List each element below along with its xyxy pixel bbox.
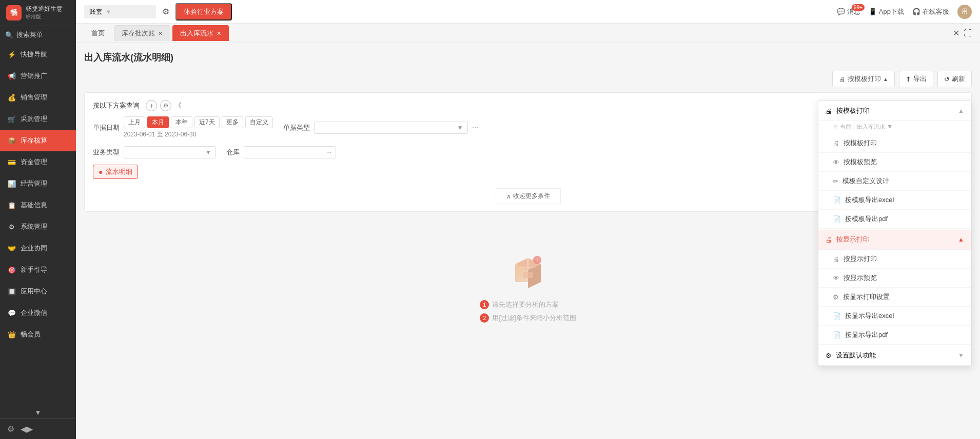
last7-btn[interactable]: 近7天 (194, 116, 220, 128)
tabbar-right: ✕ ⛶ (953, 28, 972, 38)
inventory-icon: 📦 (7, 136, 16, 145)
dropdown-set-default-header[interactable]: ⚙ 设置默认功能 ▼ (818, 346, 971, 366)
app-label: App下载 (879, 7, 904, 16)
set-default-label: 设置默认功能 (836, 351, 876, 360)
warehouse-select[interactable]: ··· (244, 146, 336, 158)
sidebar-nav: ⚡ 快捷导航 📢 营销推广 💰 销售管理 🛒 采购管理 📦 库存核算 💳 资金管… (0, 44, 76, 407)
tab-batch-account-close[interactable]: ✕ (158, 30, 163, 37)
warehouse-label: 仓库 (226, 148, 240, 157)
sidebar-item-purchase[interactable]: 🛒 采购管理 (0, 108, 76, 130)
sidebar-item-wecom[interactable]: 💬 企业微信 (0, 302, 76, 324)
collapse-more-btn[interactable]: ∧ 收起更多条件 (496, 188, 561, 204)
content-wrapper: 出入库流水(流水明细) 🖨 按模板打印 ▲ ⬆ 导出 ↺ 刷新 (84, 51, 972, 355)
display-section-label: 按显示打印 (836, 235, 870, 244)
refresh-label: 刷新 (952, 74, 965, 84)
print-button[interactable]: 🖨 按模板打印 ▲ (832, 71, 895, 87)
message-icon: 💬 (837, 8, 845, 15)
warehouse-more-icon: ··· (326, 149, 331, 156)
sidebar-item-system[interactable]: ⚙ 系统管理 (0, 216, 76, 237)
collab-icon: 🤝 (7, 244, 16, 253)
sidebar-item-finance[interactable]: 💳 资金管理 (0, 151, 76, 173)
biz-select[interactable]: ▼ (124, 146, 216, 158)
sidebar-item-operations[interactable]: 📊 经营管理 (0, 173, 76, 194)
dropdown-item-display-preview[interactable]: 👁 按显示预览 (818, 269, 971, 288)
display-excel-label: 按显示导出excel (845, 311, 894, 321)
sidebar-item-quick-nav[interactable]: ⚡ 快捷导航 (0, 44, 76, 65)
sidebar-item-guide[interactable]: 🎯 新手引导 (0, 259, 76, 281)
dropdown-item-display-pdf[interactable]: 📄 按显示导出pdf (818, 326, 971, 345)
filter-settings-button[interactable]: ⚙ (160, 100, 171, 111)
topbar-message[interactable]: 💬 消息 99+ (837, 7, 860, 16)
svg-rect-5 (523, 272, 533, 278)
dropdown-item-template-excel[interactable]: 📄 按模板导出excel (818, 191, 971, 210)
type-select[interactable]: ▼ (314, 122, 468, 134)
type-label: 单据类型 (283, 123, 310, 132)
custom-btn[interactable]: 自定义 (245, 116, 273, 128)
trial-button[interactable]: 体验行业方案 (175, 3, 232, 21)
hint-text-2: 用[过滤]条件来缩小分析范围 (492, 311, 576, 325)
sidebar-item-marketing[interactable]: 📢 营销推广 (0, 65, 76, 87)
prev-month-btn[interactable]: 上月 (124, 116, 145, 128)
display-print-label: 按显示打印 (844, 254, 877, 264)
sidebar-settings-icon[interactable]: ⚙ (7, 424, 14, 434)
dropdown-item-display-excel[interactable]: 📄 按显示导出excel (818, 307, 971, 326)
tab-flow-detail-close[interactable]: ✕ (217, 30, 221, 37)
topbar-account[interactable]: 账套 ▼ (84, 5, 156, 18)
dropdown-item-display-settings[interactable]: ⚙ 按显示打印设置 (818, 288, 971, 307)
hint-num-2: 2 (480, 313, 489, 323)
display-pdf-label: 按显示导出pdf (845, 330, 888, 340)
dropdown-item-template-preview[interactable]: 👁 按模板预览 (818, 153, 971, 172)
dropdown-item-template-print[interactable]: 🖨 按模板打印 (818, 134, 971, 153)
dropdown-current-text: 当前：出入库流水 (840, 124, 885, 130)
refresh-button[interactable]: ↺ 刷新 (937, 71, 972, 87)
tab-home[interactable]: 首页 (84, 26, 112, 41)
filter-actions: + ⚙ 《 (146, 100, 182, 111)
dropdown-item-display-print[interactable]: 🖨 按显示打印 (818, 250, 971, 269)
sidebar-scroll-down[interactable]: ▼ (0, 407, 76, 418)
cur-year-btn[interactable]: 本年 (171, 116, 192, 128)
sidebar-item-inventory[interactable]: 📦 库存核算 (0, 130, 76, 151)
dropdown-header[interactable]: 🖨 按模板打印 ▲ (818, 101, 971, 121)
sidebar-collapse-icon[interactable]: ◀▶ (21, 424, 33, 434)
sidebar-search[interactable]: 🔍 搜索菜单 (0, 26, 76, 44)
tab-expand-button[interactable]: ⛶ (964, 28, 972, 38)
logo-icon: 畅 (6, 5, 22, 21)
date-label: 单据日期 (93, 123, 120, 132)
print-dropdown-panel: 🖨 按模板打印 ▲ 🖨 当前：出入库流水 ▼ 🖨 按模板打印 � (818, 101, 972, 366)
dropdown-item-template-customize[interactable]: ✏ 模板自定义设计 (818, 172, 971, 191)
collapse-label: 收起更多条件 (513, 192, 550, 201)
set-default-title: ⚙ 设置默认功能 (826, 351, 876, 360)
purchase-icon: 🛒 (7, 114, 16, 124)
sidebar-item-label: 应用中心 (21, 287, 47, 296)
finance-icon: 💳 (7, 157, 16, 167)
filter-collapse-button[interactable]: 《 (174, 101, 182, 110)
topbar-settings-icon[interactable]: ⚙ (162, 7, 169, 16)
date-filter-field: 单据日期 上月 本月 本年 近7天 更多 自定义 2023-06-01 至 20… (93, 116, 273, 139)
export-button[interactable]: ⬆ 导出 (899, 71, 933, 87)
topbar-service[interactable]: 🎧 在线客服 (912, 7, 949, 16)
biz-filter-field: 业务类型 ▼ (93, 146, 216, 158)
cur-month-btn[interactable]: 本月 (147, 116, 169, 128)
type-more-button[interactable]: ··· (472, 123, 479, 132)
tab-close-all-button[interactable]: ✕ (953, 28, 959, 38)
topbar-app-download[interactable]: 📱 App下载 (869, 7, 904, 16)
refresh-icon: ↺ (944, 75, 950, 83)
search-label: 搜索菜单 (16, 30, 43, 39)
sidebar-item-app-center[interactable]: 🔲 应用中心 (0, 281, 76, 302)
sidebar-item-basic[interactable]: 📋 基础信息 (0, 194, 76, 216)
topbar-avatar[interactable]: 用 (957, 5, 972, 19)
sidebar-item-member[interactable]: 👑 畅会员 (0, 324, 76, 345)
sidebar-item-sales[interactable]: 💰 销售管理 (0, 87, 76, 108)
filter-add-button[interactable]: + (146, 100, 157, 111)
dropdown-item-template-pdf[interactable]: 📄 按模板导出pdf (818, 210, 971, 229)
tab-home-label: 首页 (91, 29, 105, 38)
dropdown-display-section-header[interactable]: 🖨 按显示打印 ▲ (818, 230, 971, 250)
empty-hints: 1 请先选择要分析的方案 2 用[过滤]条件来缩小分析范围 (480, 298, 576, 325)
sidebar-item-collab[interactable]: 🤝 企业协同 (0, 237, 76, 259)
hint-text-1: 请先选择要分析的方案 (492, 298, 559, 311)
tab-flow-detail[interactable]: 出入库流水 ✕ (172, 25, 229, 41)
main-area: 账套 ▼ ⚙ 体验行业方案 💬 消息 99+ 📱 App下载 🎧 在线客服 用 (76, 0, 980, 439)
logo-badge: 标准版 (26, 13, 63, 21)
more-btn[interactable]: 更多 (222, 116, 243, 128)
tab-batch-account[interactable]: 库存批次账 ✕ (114, 25, 170, 41)
